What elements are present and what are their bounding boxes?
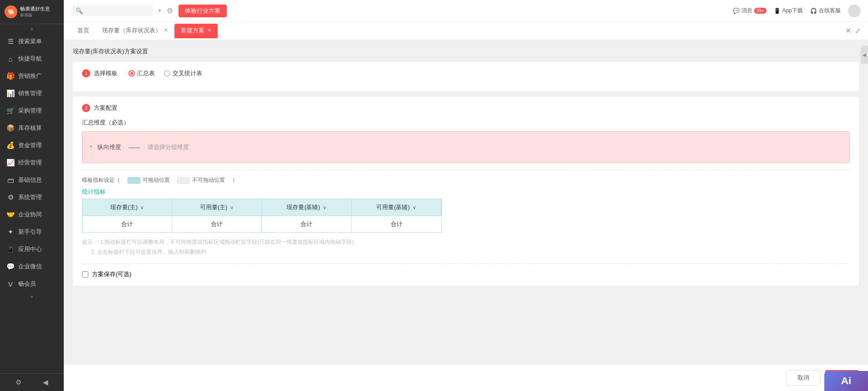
stat-col-3-header[interactable]: 现存量(基辅) ∨ [262, 199, 352, 216]
not-draggable-box [177, 177, 190, 184]
tip-2: 2. 点击标题栏下拉可设置排序、插入列和删除列 [91, 249, 206, 255]
radio-cross[interactable]: 交叉统计表 [164, 69, 202, 77]
tab-inventory-close[interactable]: ✕ [164, 27, 168, 33]
dimension-box[interactable]: * 纵向维度 —— 请选择分组维度 [82, 131, 850, 163]
not-draggable-label: 不可拖动位置 [192, 176, 225, 184]
sidebar-item-quick[interactable]: ⌂ 快捷导航 [0, 50, 64, 67]
sidebar-item-inventory[interactable]: 📦 库存核算 [0, 119, 64, 137]
stat-section-label: 统计指标 [82, 188, 850, 196]
step1-card: 1 选择模板 汇总表 交叉统计表 [73, 62, 859, 91]
tab-new-plan-label: 新建方案 [181, 26, 204, 35]
stat-col-1-data: 合计 [82, 216, 172, 232]
sidebar-item-member[interactable]: V 畅会员 [0, 275, 64, 293]
sidebar-item-system[interactable]: ⚙ 系统管理 [0, 189, 64, 206]
stat-col-2-data: 合计 [172, 216, 262, 232]
chart-icon: 📈 [6, 159, 15, 167]
stat-table-grid: 现存量(主) ∨ 可用量(主) ∨ 现存量(基辅) ∨ 可用量(基辅) [82, 199, 442, 233]
sidebar-item-label: 系统管理 [18, 193, 42, 201]
sidebar-item-label: 资金管理 [18, 141, 42, 149]
home-icon: ⌂ [6, 55, 15, 63]
draggable-box [128, 177, 140, 184]
tab-new-plan[interactable]: 新建方案 ✕ [174, 24, 218, 38]
stat-col-4-data: 合计 [352, 216, 441, 232]
topbar: 🔍 ▾ ⚙ 体验行业方案 💬 消息 99+ 📱 App下载 🎧 在线客服 [64, 0, 868, 22]
main-area: 🔍 ▾ ⚙ 体验行业方案 💬 消息 99+ 📱 App下载 🎧 在线客服 [64, 0, 868, 391]
search-dropdown-icon[interactable]: ▾ [158, 8, 161, 14]
radio-summary[interactable]: 汇总表 [128, 69, 155, 77]
chevron-col-2-icon[interactable]: ∨ [230, 205, 234, 211]
expand-window-icon[interactable]: ⤢ [855, 26, 861, 35]
save-checkbox[interactable] [82, 271, 88, 278]
search-input[interactable] [86, 8, 131, 14]
message-icon: 💬 [733, 8, 740, 14]
stat-col-1-header[interactable]: 现存量(主) ∨ [82, 199, 172, 216]
step1-header: 1 选择模板 汇总表 交叉统计表 [82, 69, 850, 77]
cancel-button[interactable]: 取消 [786, 370, 821, 386]
gear-icon: ⚙ [6, 193, 15, 201]
sidebar-item-operations[interactable]: 📈 经营管理 [0, 154, 64, 171]
vip-icon: V [6, 280, 15, 288]
search-icon: 🔍 [76, 7, 83, 14]
sidebar-item-basic[interactable]: 🗃 基础信息 [0, 171, 64, 189]
stat-col-4-label: 可用量(基辅) [376, 203, 410, 211]
tab-new-plan-close[interactable]: ✕ [207, 27, 211, 33]
settings-footer-icon[interactable]: ⚙ [15, 378, 21, 386]
tab-inventory[interactable]: 现存量（库存状况表） ✕ [96, 23, 174, 39]
ai-badge[interactable]: Ai [824, 371, 868, 391]
sidebar-item-marketing[interactable]: 🎁 营销推广 [0, 67, 64, 85]
sidebar-scroll-up[interactable]: ▲ [0, 24, 64, 33]
sidebar-scroll-down[interactable]: ▼ [0, 293, 64, 301]
tab-home[interactable]: 首页 [71, 23, 96, 39]
online-service-item[interactable]: 🎧 在线客服 [810, 7, 841, 15]
stat-col-4-header[interactable]: 可用量(基辅) ∨ [352, 199, 441, 216]
search-menu-icon: ☰ [6, 37, 15, 46]
dimension-label: 纵向维度 [97, 143, 121, 151]
divider-2 [82, 263, 850, 264]
cart-icon: 🛒 [6, 107, 15, 115]
gift-icon: 🎁 [6, 72, 15, 80]
app-edition: 标准版 [20, 12, 50, 18]
sidebar-item-guide[interactable]: ✦ 新手引导 [0, 223, 64, 241]
chevron-col-4-icon[interactable]: ∨ [413, 205, 416, 211]
chevron-col-3-icon[interactable]: ∨ [323, 205, 327, 211]
volume-footer-icon[interactable]: ◀ [43, 378, 48, 386]
legend-not-draggable: 不可拖动位置 [177, 176, 225, 184]
expand-panel-button[interactable]: ◀ [861, 46, 868, 64]
sidebar-item-apps[interactable]: 📱 应用中心 [0, 241, 64, 258]
legend-suffix: ） [232, 176, 238, 184]
dimension-required-mark: * [90, 144, 92, 151]
money-icon: 💰 [6, 141, 15, 149]
app-download-item[interactable]: 📱 App下载 [774, 7, 803, 15]
sidebar-item-purchase[interactable]: 🛒 采购管理 [0, 102, 64, 119]
close-window-icon[interactable]: ✕ [845, 26, 851, 35]
step2-badge: 2 [82, 104, 90, 112]
user-avatar[interactable] [848, 5, 861, 17]
search-box[interactable]: 🔍 [71, 5, 153, 16]
message-label: 消息 [741, 7, 752, 15]
message-item[interactable]: 💬 消息 99+ [733, 7, 766, 15]
sidebar-item-label: 营销推广 [18, 72, 42, 80]
sidebar-item-label: 采购管理 [18, 107, 42, 115]
tips-section: 提示： 1.拖动标题栏可以调整布局，不可跨维度或指标区域拖动栏目字段(只能在同一… [82, 237, 850, 257]
stat-col-2-header[interactable]: 可用量(主) ∨ [172, 199, 262, 216]
sidebar-item-search[interactable]: ☰ 搜索菜单 [0, 33, 64, 50]
sidebar-item-sales[interactable]: 📊 销售管理 [0, 85, 64, 102]
app-download-icon: 📱 [774, 8, 781, 14]
wechat-icon: 💬 [6, 262, 15, 271]
indicator-legend: 模板指标设定（ 可拖动位置 不可拖动位置 ） [82, 176, 850, 184]
sidebar-item-label: 快捷导航 [18, 55, 42, 63]
chevron-col-1-icon[interactable]: ∨ [140, 205, 144, 211]
sidebar-item-label: 经营管理 [18, 159, 42, 167]
tab-inventory-label: 现存量（库存状况表） [102, 26, 161, 35]
dimension-section-label: 汇总维度（必选） [82, 118, 850, 127]
dimension-placeholder: 请选择分组维度 [148, 143, 189, 151]
draggable-label: 可拖动位置 [143, 176, 170, 184]
mobile-icon: 📱 [6, 245, 15, 253]
sidebar-item-wechat[interactable]: 💬 企业微信 [0, 258, 64, 275]
sidebar-item-collab[interactable]: 🤝 企业协同 [0, 206, 64, 223]
sidebar-item-finance[interactable]: 💰 资金管理 [0, 137, 64, 154]
sidebar: 畅 畅康通好生意 标准版 ▲ ☰ 搜索菜单 ⌂ 快捷导航 🎁 营销推广 📊 销售… [0, 0, 64, 391]
settings-icon[interactable]: ⚙ [167, 6, 173, 15]
trial-button[interactable]: 体验行业方案 [179, 5, 227, 17]
tip-1: 1.拖动标题栏可以调整布局，不可跨维度或指标区域拖动栏目字段(只能在同一维度或指… [100, 239, 354, 245]
